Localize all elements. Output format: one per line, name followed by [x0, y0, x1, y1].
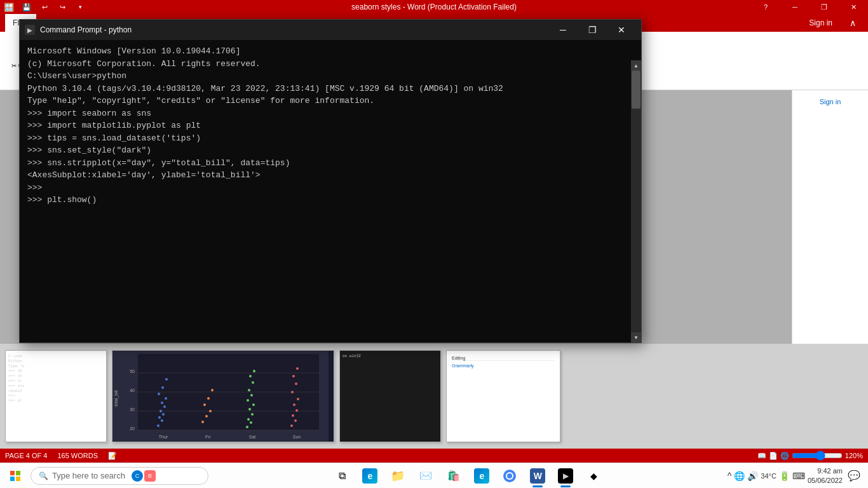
word-count[interactable]: 165 WORDS — [57, 452, 98, 459]
svg-point-51 — [295, 383, 297, 385]
customize-qat[interactable]: ▾ — [71, 0, 89, 14]
scrollbar-up-button[interactable]: ▲ — [631, 60, 641, 71]
network-icon[interactable]: 🌐 — [734, 471, 745, 481]
svg-point-44 — [290, 424, 293, 427]
cmd-line-12: <AxesSubplot:xlabel='day', ylabel='total… — [27, 169, 628, 182]
help-button[interactable]: ? — [751, 0, 780, 14]
svg-point-18 — [162, 413, 165, 416]
thumbnail-1[interactable]: C:\use Python Type "h >>> im >>> im >>> … — [5, 350, 107, 442]
cmd-line-1: Microsoft Windows [Version 10.0.19044.17… — [27, 45, 628, 58]
page-count[interactable]: PAGE 4 OF 4 — [5, 452, 47, 459]
keyboard-icon[interactable]: ⌨ — [792, 471, 805, 481]
notification-button[interactable]: 💬 — [845, 470, 863, 482]
taskbar-mail[interactable]: ✉️ — [413, 463, 438, 489]
taskbar-cmd[interactable]: ▶ — [553, 463, 578, 489]
svg-point-40 — [248, 389, 250, 391]
cmd-close-button[interactable]: ✕ — [607, 20, 636, 40]
save-button[interactable]: 💾 — [18, 0, 36, 14]
clock[interactable]: 9:42 am 05/06/2022 — [808, 466, 843, 485]
signin-top-label[interactable]: Sign in — [804, 18, 837, 27]
cmd-output: Microsoft Windows [Version 10.0.19044.17… — [20, 40, 641, 342]
taskbar-task-view[interactable]: ⧉ — [329, 463, 355, 489]
undo-button[interactable]: ↩ — [36, 0, 53, 14]
date-display: 05/06/2022 — [808, 476, 843, 485]
cmd-window-controls: ─ ❐ ✕ — [548, 20, 636, 40]
restore-button[interactable]: ❐ — [810, 0, 839, 14]
volume-icon[interactable]: 🔊 — [747, 471, 758, 481]
cmd-title-label: Command Prompt - python — [40, 25, 543, 34]
title-bar: 🪟 💾 ↩ ↪ ▾ seaborn styles - Word (Product… — [0, 0, 868, 14]
window-controls: ? ─ ❐ ✕ — [751, 0, 868, 14]
taskbar-edge[interactable]: e — [357, 463, 383, 489]
scrollbar-thumb[interactable] — [632, 71, 641, 109]
search-bar[interactable]: 🔍 Type here to search C B — [31, 467, 208, 485]
svg-point-60 — [507, 473, 512, 478]
svg-point-15 — [157, 424, 159, 427]
cmd-app-icon: ▶ — [25, 25, 35, 35]
thumbnail-4[interactable]: Editing Grammarly — [446, 350, 560, 442]
thumb1-content: C:\use Python Type "h >>> im >>> im >>> … — [6, 351, 106, 405]
time-display: 9:42 am — [808, 466, 843, 475]
zoom-slider[interactable] — [792, 452, 843, 459]
svg-point-52 — [292, 375, 295, 377]
word-icon: W — [530, 468, 545, 484]
svg-point-22 — [165, 397, 167, 400]
minimize-button[interactable]: ─ — [780, 0, 810, 14]
taskbar-apps: ⧉ e 📁 ✉️ 🛍️ e W — [208, 463, 728, 489]
proofing-icon: 📝 — [108, 452, 117, 460]
cmd-line-6: Type "help", "copyright", "credits" or "… — [27, 95, 628, 107]
svg-point-49 — [297, 398, 299, 400]
cmd-icon: ▶ — [558, 468, 573, 484]
svg-point-27 — [205, 415, 208, 417]
cmd-line-13: >>> — [27, 182, 628, 194]
svg-point-47 — [295, 409, 298, 412]
close-button[interactable]: ✕ — [839, 0, 868, 14]
ribbon-collapse[interactable]: ∧ — [850, 18, 856, 28]
temp-display: 34°C — [761, 472, 776, 480]
view-read[interactable]: 📖 — [757, 452, 766, 460]
taskbar-edge2[interactable]: e — [469, 463, 494, 489]
thumbnail-2[interactable]: total_bill 20 30 40 50 Thur Fri Sat Sun — [112, 350, 334, 442]
start-button[interactable] — [0, 463, 31, 489]
scrollbar-down-button[interactable]: ▼ — [631, 332, 641, 342]
zoom-level[interactable]: 120% — [845, 452, 863, 459]
thumbnail-strip: C:\use Python Type "h >>> im >>> im >>> … — [0, 344, 868, 449]
svg-point-45 — [294, 419, 297, 422]
cmd-restore-button[interactable]: ❐ — [578, 20, 607, 40]
svg-point-53 — [296, 367, 299, 370]
svg-rect-55 — [16, 471, 20, 475]
svg-text:Fri: Fri — [205, 435, 211, 439]
cmd-line-10: >>> sns.set_style("dark") — [27, 144, 628, 157]
search-placeholder: Type here to search — [52, 471, 125, 480]
taskbar-explorer[interactable]: 📁 — [385, 463, 410, 489]
right-signin-link[interactable]: Sign in — [820, 98, 841, 105]
svg-point-41 — [252, 381, 254, 384]
svg-point-50 — [291, 391, 294, 393]
svg-point-21 — [161, 402, 163, 404]
cmd-line-7: >>> import seaborn as sns — [27, 107, 628, 120]
windows-logo-icon — [10, 471, 20, 481]
cmd-scrollbar[interactable]: ▲ ▼ — [631, 60, 641, 342]
thumbnail-3[interactable]: on win32 — [339, 350, 441, 442]
chrome-icon — [502, 468, 517, 484]
svg-point-17 — [158, 416, 161, 419]
svg-text:20: 20 — [130, 426, 135, 431]
misc-icon: ◆ — [586, 468, 601, 484]
taskbar-word[interactable]: W — [525, 463, 550, 489]
redo-button[interactable]: ↪ — [53, 0, 71, 14]
window-title: seaborn styles - Word (Product Activatio… — [351, 3, 517, 11]
show-hidden-icon[interactable]: ^ — [728, 471, 732, 481]
edge2-icon: e — [474, 468, 489, 484]
chart-svg: total_bill 20 30 40 50 Thur Fri Sat Sun — [112, 351, 329, 442]
battery-icon[interactable]: 🔋 — [779, 471, 790, 481]
taskbar-chrome[interactable] — [497, 463, 522, 489]
svg-text:30: 30 — [130, 407, 135, 412]
taskbar-app-misc[interactable]: ◆ — [581, 463, 606, 489]
svg-point-35 — [251, 413, 254, 416]
view-print[interactable]: 📄 — [769, 452, 778, 460]
svg-point-16 — [161, 419, 163, 422]
taskbar-store[interactable]: 🛍️ — [441, 463, 466, 489]
cmd-minimize-button[interactable]: ─ — [548, 20, 578, 40]
svg-point-48 — [293, 403, 295, 406]
view-web[interactable]: 🌐 — [780, 452, 789, 460]
